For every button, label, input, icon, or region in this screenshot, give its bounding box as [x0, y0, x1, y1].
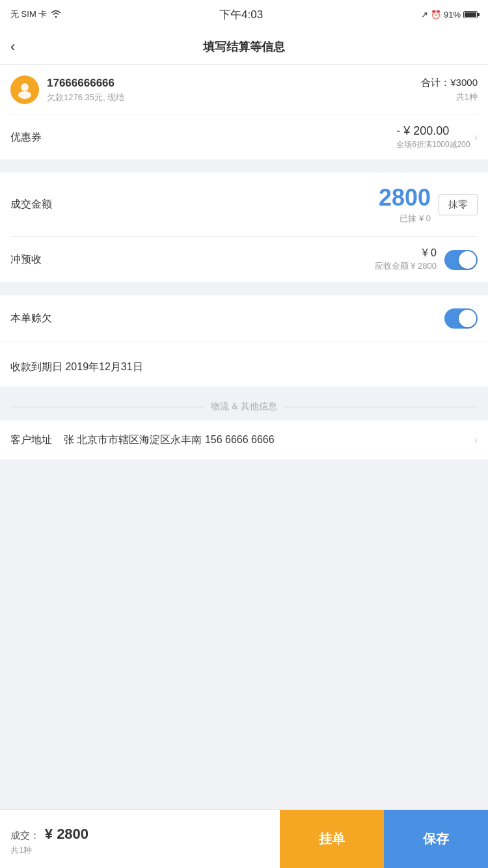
logistics-divider: 物流 & 其他信息 [0, 401, 488, 413]
due-date-row: 收款到期日 2019年12月31日 [0, 342, 488, 387]
deal-sub: 已抹 ¥ 0 [379, 213, 431, 224]
prepay-row: 冲预收 ¥ 0 应收金额 ¥ 2800 [10, 236, 478, 282]
deal-label: 成交金额 [10, 198, 52, 211]
bottom-deal-label: 成交： [10, 830, 40, 841]
arrears-row: 本单赊欠 [10, 295, 478, 342]
arrears-section: 本单赊欠 [0, 295, 488, 342]
logistics-section: 物流 & 其他信息 [0, 393, 488, 420]
deal-amount-wrap: 2800 已抹 ¥ 0 [379, 184, 431, 224]
address-chevron-icon: › [474, 434, 478, 446]
save-button[interactable]: 保存 [384, 810, 488, 869]
total-count: 共1种 [421, 91, 478, 103]
battery-percent: 91% [444, 10, 461, 20]
prepay-sub: 应收金额 ¥ 2800 [375, 260, 437, 272]
battery-icon [463, 11, 478, 18]
prepay-toggle[interactable] [444, 250, 478, 270]
prepay-amount: ¥ 0 [375, 247, 437, 259]
address-section: 客户地址 张 北京市市辖区海淀区永丰南 156 6666 6666 › [0, 420, 488, 459]
bottom-bar: 成交： ¥ 2800 共1种 挂单 保存 [0, 809, 488, 868]
back-button[interactable]: ‹ [10, 38, 15, 55]
coupon-row[interactable]: 优惠券 - ¥ 200.00 全场6折满1000减200 › [0, 115, 488, 159]
address-value: 张 北京市市辖区海淀区永丰南 156 6666 6666 [64, 432, 467, 448]
prepay-amount-wrap: ¥ 0 应收金额 ¥ 2800 [375, 247, 437, 272]
gray-separator-2 [0, 282, 488, 289]
bottom-deal-row: 成交： ¥ 2800 [10, 822, 269, 843]
bottom-spacer [0, 459, 488, 472]
customer-total: 合计：¥3000 共1种 [421, 77, 478, 103]
no-sim-label: 无 SIM 卡 [10, 8, 47, 20]
status-left: 无 SIM 卡 [10, 8, 61, 20]
main-content: 17666666666 欠款1276.35元, 现结 合计：¥3000 共1种 … [0, 65, 488, 531]
gray-separator-1 [0, 166, 488, 172]
customer-left: 17666666666 欠款1276.35元, 现结 [10, 75, 124, 104]
customer-row: 17666666666 欠款1276.35元, 现结 合计：¥3000 共1种 [0, 65, 488, 115]
arrears-toggle-knob [459, 310, 476, 327]
customer-info: 17666666666 欠款1276.35元, 现结 [47, 77, 124, 103]
coupon-discount: - ¥ 200.00 [396, 124, 470, 138]
bottom-count: 共1种 [10, 845, 269, 856]
svg-point-1 [18, 91, 31, 99]
wifi-icon [51, 10, 61, 20]
svg-point-0 [21, 83, 29, 91]
customer-section: 17666666666 欠款1276.35元, 现结 合计：¥3000 共1种 … [0, 65, 488, 159]
due-date-label: 收款到期日 2019年12月31日 [10, 361, 143, 372]
avatar-icon [16, 81, 34, 99]
alarm-icon: ⏰ [431, 10, 441, 20]
customer-debt: 欠款1276.35元, 现结 [47, 92, 124, 103]
arrears-label: 本单赊欠 [10, 312, 52, 325]
logistics-line-left [10, 407, 204, 407]
address-key: 客户地址 [10, 433, 56, 447]
status-time: 下午4:03 [219, 7, 263, 22]
prepay-right: ¥ 0 应收金额 ¥ 2800 [375, 247, 478, 272]
arrears-toggle[interactable] [444, 308, 478, 329]
nav-bar: ‹ 填写结算等信息 [0, 29, 488, 65]
location-icon: ↗ [421, 10, 428, 20]
coupon-discount-wrap: - ¥ 200.00 全场6折满1000减200 [396, 124, 470, 150]
coupon-desc: 全场6折满1000减200 [396, 139, 470, 150]
coupon-label: 优惠券 [10, 131, 42, 144]
pending-button[interactable]: 挂单 [280, 810, 384, 869]
logistics-line-right [284, 407, 478, 407]
address-row[interactable]: 客户地址 张 北京市市辖区海淀区永丰南 156 6666 6666 › [0, 420, 488, 459]
deal-amount: 2800 [379, 184, 431, 211]
customer-phone: 17666666666 [47, 77, 124, 90]
toggle-knob [459, 251, 476, 269]
round-zero-button[interactable]: 抹零 [439, 194, 478, 215]
bottom-summary: 成交： ¥ 2800 共1种 [0, 822, 280, 856]
page-title: 填写结算等信息 [203, 39, 285, 55]
logistics-label: 物流 & 其他信息 [211, 401, 277, 413]
chevron-right-icon: › [474, 131, 478, 143]
gray-separator-3 [0, 387, 488, 393]
prepay-label: 冲预收 [10, 253, 42, 267]
coupon-right: - ¥ 200.00 全场6折满1000减200 › [396, 124, 478, 150]
bottom-amount: ¥ 2800 [45, 826, 88, 842]
deal-right: 2800 已抹 ¥ 0 抹零 [379, 184, 478, 224]
total-amount: 合计：¥3000 [421, 77, 478, 89]
deal-row: 成交金额 2800 已抹 ¥ 0 抹零 [10, 172, 478, 236]
deal-section: 成交金额 2800 已抹 ¥ 0 抹零 冲预收 ¥ 0 应收金额 ¥ 2800 [0, 172, 488, 282]
status-bar: 无 SIM 卡 下午4:03 ↗ ⏰ 91% [0, 0, 488, 29]
avatar [10, 75, 39, 104]
status-right: ↗ ⏰ 91% [421, 10, 478, 20]
